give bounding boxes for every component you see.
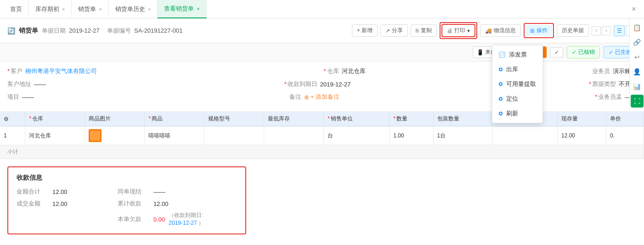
get-quantity-item[interactable]: 可用量提取 bbox=[492, 77, 542, 91]
cell-product: 嘻嘻嘻嘻 bbox=[145, 126, 204, 145]
effective-icon: ✓ bbox=[609, 49, 613, 56]
col-warehouse: *仓库 bbox=[25, 112, 85, 126]
print-dropdown-arrow: ▾ bbox=[467, 28, 470, 34]
owed-row: 本单欠款 0.00 （收款到期日: 2019-12-27 ） bbox=[118, 211, 219, 227]
tab-sales-history[interactable]: 销货单历史 × bbox=[109, 0, 158, 18]
warehouse-field: *仓库 河北仓库 bbox=[324, 67, 366, 75]
nav-arrows: ‹ › bbox=[592, 26, 611, 35]
col-price: 单价 bbox=[606, 112, 644, 126]
warehouse-value: 河北仓库 bbox=[342, 67, 366, 75]
second-toolbar: 📱 来自手机 🎟 未开票 ✓ ✓ 已核销 ✓ 已生效 bbox=[0, 43, 644, 62]
operation-dropdown: 📄 添发票 出库 可用量提取 定位 刷新 bbox=[492, 45, 543, 123]
num-label-text: 单据编号 SA-20191227-001 bbox=[107, 27, 183, 35]
tab-view-sales-close[interactable]: × bbox=[197, 6, 199, 11]
deal-row: 成交金额 12.00 bbox=[17, 199, 118, 208]
same-order-value: —— bbox=[153, 188, 165, 195]
refresh-item[interactable]: 刷新 bbox=[492, 106, 542, 121]
outbound-item[interactable]: 出库 bbox=[492, 62, 542, 77]
tab-sales-history-close[interactable]: × bbox=[148, 6, 151, 12]
print-icon: 🖨 bbox=[447, 28, 452, 34]
same-order-row: 同单现结 —— bbox=[118, 188, 219, 196]
note-field: 备注 ⊕ + 添加备注 bbox=[289, 93, 339, 101]
product-image-inner bbox=[90, 131, 100, 141]
share-icon: ↗ bbox=[385, 28, 390, 34]
history-button[interactable]: 历史单据 bbox=[557, 24, 589, 37]
table-row: 1 河北仓库 嘻嘻嘻嘻 台 1.00 1台 bbox=[0, 126, 644, 145]
cell-available bbox=[493, 126, 558, 145]
locate-item[interactable]: 定位 bbox=[492, 91, 542, 106]
col-quantity: *数量 bbox=[390, 112, 433, 126]
due-field: *收款到期日 2019-12-27 bbox=[284, 80, 351, 88]
plus-icon: ⊕ bbox=[304, 94, 309, 101]
owed-value: 0.00 bbox=[153, 216, 165, 223]
confirm-button[interactable]: ✓ bbox=[550, 47, 563, 57]
tab-bar: 首页 库存期初 × 销货单 × 销货单历史 × 查看销货单 × × bbox=[0, 0, 644, 18]
add-note-button[interactable]: ⊕ + 添加备注 bbox=[304, 93, 339, 101]
share-button[interactable]: ↗ 分享 bbox=[380, 24, 408, 37]
logistics-button[interactable]: 🚚 物流信息 bbox=[480, 24, 521, 37]
sidebar-icon-user[interactable]: 👤 bbox=[631, 65, 644, 78]
doc-icon: 🔄 bbox=[7, 27, 15, 34]
product-table-wrapper: ⚙ *仓库 商品图片 *商品 规格型号 最低库存 *销售单位 *数量 包装数量 … bbox=[0, 112, 644, 159]
action-buttons: + 新增 ↗ 分享 ⎘ 复制 🖨 打印 ▾ 🚚 bbox=[352, 22, 637, 39]
list-view-button[interactable]: ☰ bbox=[614, 25, 625, 36]
right-sidebar: 📋 🔗 ↩ 👤 📊 ⛶ bbox=[629, 18, 644, 110]
cell-spec bbox=[204, 126, 264, 145]
customer-value[interactable]: 柳州粤港平安气体有限公司 bbox=[25, 67, 97, 75]
sidebar-icon-expand[interactable]: ⛶ bbox=[631, 95, 644, 108]
form-section: *客户 柳州粤港平安气体有限公司 *仓库 河北仓库 业务员 演示账号 客户地址 … bbox=[0, 62, 644, 112]
col-settings[interactable]: ⚙ bbox=[0, 112, 25, 126]
sidebar-icon-chart[interactable]: 📊 bbox=[631, 80, 644, 93]
payment-section: 收款信息 金额合计 12.00 同单现结 —— 成交金额 12.00 bbox=[0, 159, 644, 242]
col-product: *商品 bbox=[145, 112, 204, 126]
cell-seq: 1 bbox=[0, 126, 25, 145]
project-field: 项目 —— bbox=[7, 93, 34, 101]
sidebar-icon-return[interactable]: ↩ bbox=[631, 51, 644, 63]
copy-button[interactable]: ⎘ 复制 bbox=[411, 24, 437, 37]
col-unit: *销售单位 bbox=[323, 112, 389, 126]
doc-title-section: 🔄 销货单 bbox=[7, 27, 38, 35]
col-pack-qty: 包装数量 bbox=[433, 112, 493, 126]
cell-current: 12.00 bbox=[558, 126, 606, 145]
product-table: ⚙ *仓库 商品图片 *商品 规格型号 最低库存 *销售单位 *数量 包装数量 … bbox=[0, 112, 644, 159]
address-value: —— bbox=[34, 81, 46, 88]
cell-warehouse: 河北仓库 bbox=[25, 126, 85, 145]
copy-icon: ⎘ bbox=[416, 28, 419, 34]
print-button[interactable]: 🖨 打印 ▾ bbox=[441, 24, 475, 37]
cell-quantity: 1.00 bbox=[390, 126, 433, 145]
col-spec: 规格型号 bbox=[204, 112, 264, 126]
cumulative-value: 12.00 bbox=[153, 200, 169, 207]
owed-date: 2019-12-27 bbox=[169, 220, 197, 226]
operation-button[interactable]: ⊞ 操作 bbox=[525, 25, 552, 36]
prev-arrow[interactable]: ‹ bbox=[592, 26, 601, 35]
subtotal-row: 小计 bbox=[0, 145, 644, 159]
product-image bbox=[89, 129, 102, 142]
operation-highlight-box: ⊞ 操作 bbox=[524, 23, 554, 38]
refresh-dot bbox=[499, 112, 503, 115]
subtotal-label: 小计 bbox=[0, 145, 644, 159]
cell-image bbox=[85, 126, 145, 145]
col-current: 现存量 bbox=[558, 112, 606, 126]
total-value: 12.00 bbox=[52, 188, 68, 195]
tab-view-sales[interactable]: 查看销货单 × bbox=[158, 0, 206, 18]
tab-home[interactable]: 首页 bbox=[4, 0, 29, 18]
tab-inventory[interactable]: 库存期初 × bbox=[29, 0, 72, 18]
invoice-icon: 📄 bbox=[499, 51, 505, 58]
tab-inventory-close[interactable]: × bbox=[62, 6, 65, 12]
window-close-button[interactable]: × bbox=[627, 3, 640, 16]
cumulative-row: 累计收款 12.00 bbox=[118, 199, 219, 208]
customer-field: *客户 柳州粤港平安气体有限公司 bbox=[7, 67, 97, 75]
add-invoice-item[interactable]: 📄 添发票 bbox=[492, 47, 542, 62]
col-image: 商品图片 bbox=[85, 112, 145, 126]
due-value: 2019-12-27 bbox=[320, 81, 351, 88]
tab-sales[interactable]: 销货单 × bbox=[72, 0, 108, 18]
next-arrow[interactable]: › bbox=[602, 26, 611, 35]
sidebar-icon-link[interactable]: 🔗 bbox=[631, 36, 644, 49]
sold-button[interactable]: ✓ 已核销 bbox=[567, 46, 600, 58]
sidebar-icon-doc[interactable]: 📋 bbox=[631, 21, 644, 34]
tab-sales-close[interactable]: × bbox=[99, 6, 102, 12]
cell-price: 0. bbox=[606, 126, 644, 145]
doc-header: 🔄 销货单 单据日期 2019-12-27 单据编号 SA-20191227-0… bbox=[0, 18, 644, 43]
col-min-stock: 最低库存 bbox=[264, 112, 324, 126]
add-button[interactable]: + 新增 bbox=[352, 24, 378, 37]
